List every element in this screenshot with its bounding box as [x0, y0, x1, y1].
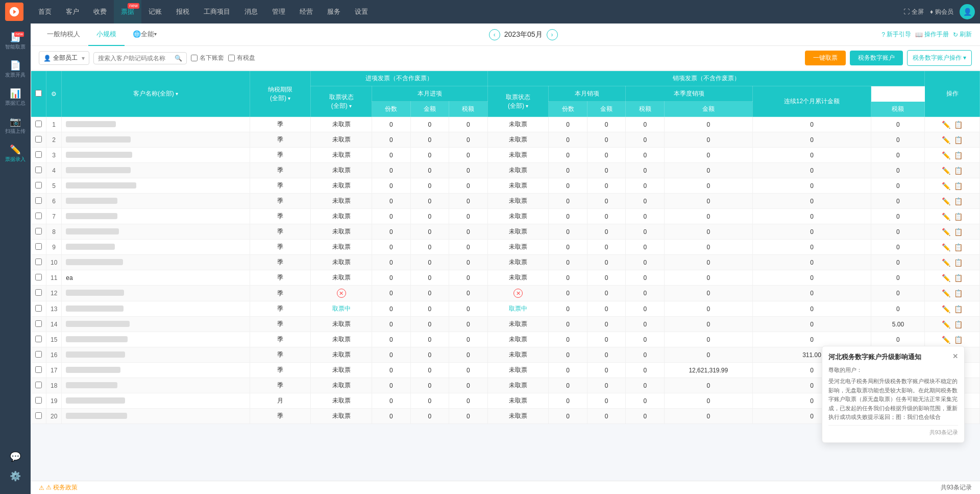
row-checkbox[interactable] [35, 274, 42, 280]
row-checkbox[interactable] [35, 382, 42, 388]
employee-select[interactable]: 👤 全部员工 ▾ [39, 51, 89, 65]
edit-icon[interactable]: ✏️ [942, 167, 950, 175]
checkbox-tax-disk[interactable]: 有税盘 [228, 54, 255, 62]
nav-business[interactable]: 工商项目 [197, 0, 237, 23]
tax-digital-account-ops-btn[interactable]: 税务数字账户操作 ▾ [907, 50, 972, 66]
row-checkbox[interactable] [35, 136, 42, 143]
edit-icon[interactable]: ✏️ [942, 151, 950, 159]
view-icon[interactable]: 📋 [954, 289, 963, 297]
tab-all[interactable]: 🌐 全能 ▾ [125, 23, 165, 46]
one-click-ticket-btn[interactable]: 一键取票 [805, 51, 846, 65]
avatar[interactable]: 👤 [960, 4, 975, 19]
sidebar-item-gear[interactable]: ⚙️ [0, 466, 31, 486]
sidebar-item-scan[interactable]: 📷 扫描上传 [0, 112, 31, 140]
view-icon[interactable]: 📋 [954, 258, 963, 267]
row-checkbox[interactable] [35, 289, 42, 296]
edit-icon[interactable]: ✏️ [942, 289, 950, 297]
row-checkbox[interactable] [35, 121, 42, 127]
edit-icon[interactable]: ✏️ [942, 197, 950, 205]
row-checkbox[interactable] [35, 397, 42, 404]
nav-operation[interactable]: 经营 [292, 0, 320, 23]
search-icon[interactable]: 🔍 [175, 55, 182, 62]
nav-service[interactable]: 服务 [320, 0, 348, 23]
row-checkbox[interactable] [35, 305, 42, 312]
view-icon[interactable]: 📋 [954, 121, 963, 129]
view-icon[interactable]: 📋 [954, 228, 963, 236]
sidebar-item-open-ticket[interactable]: 📄 发票开具 [0, 56, 31, 84]
header-actions: ? 新手引导 📖 操作手册 ↻ 刷新 [881, 30, 972, 39]
sidebar-item-smart-ticket[interactable]: 🧾 智能取票 [0, 28, 31, 56]
edit-icon[interactable]: ✏️ [942, 243, 950, 251]
in-tax-cell: 0 [449, 409, 488, 424]
row-checkbox[interactable] [35, 182, 42, 189]
tax-digital-account-btn[interactable]: 税务数字账户 [850, 51, 903, 65]
view-icon[interactable]: 📋 [954, 136, 963, 144]
notification-close-btn[interactable]: ✕ [952, 352, 958, 362]
nav-manage[interactable]: 管理 [265, 0, 292, 23]
tax-policy-link[interactable]: ⚠ ⚠ 税务政策 [39, 483, 78, 492]
manual-link[interactable]: 📖 操作手册 [915, 30, 949, 39]
view-icon[interactable]: 📋 [954, 274, 963, 282]
quarterly-tax-cell: 0 [752, 286, 871, 301]
new-guide-link[interactable]: ? 新手引导 [881, 30, 911, 39]
row-checkbox[interactable] [35, 336, 42, 342]
view-icon[interactable]: 📋 [954, 197, 963, 205]
view-icon[interactable]: 📋 [954, 336, 963, 344]
nav-tax[interactable]: 报税 [169, 0, 197, 23]
view-icon[interactable]: 📋 [954, 151, 963, 159]
sidebar-item-chat[interactable]: 💬 [0, 447, 31, 466]
nav-client[interactable]: 客户 [59, 0, 86, 23]
row-checkbox[interactable] [35, 412, 42, 419]
edit-icon[interactable]: ✏️ [942, 121, 950, 129]
member-btn[interactable]: ♦ 购会员 [930, 8, 953, 16]
edit-icon[interactable]: ✏️ [942, 336, 950, 344]
view-icon[interactable]: 📋 [954, 305, 963, 313]
refresh-link[interactable]: ↻ 刷新 [953, 30, 972, 39]
view-icon[interactable]: 📋 [954, 320, 963, 328]
edit-icon[interactable]: ✏️ [942, 320, 950, 328]
action-cell: ✏️ 📋 [925, 194, 980, 209]
period-next-btn[interactable]: › [547, 29, 558, 40]
row-checkbox[interactable] [35, 258, 42, 265]
nav-ticket[interactable]: 票据 new [114, 0, 141, 23]
row-checkbox[interactable] [35, 213, 42, 219]
nav-accounting[interactable]: 记账 [141, 0, 169, 23]
row-checkbox[interactable] [35, 151, 42, 158]
row-checkbox[interactable] [35, 351, 42, 358]
edit-icon[interactable]: ✏️ [942, 213, 950, 221]
checkbox-sub-account[interactable]: 名下账套 [191, 54, 224, 62]
edit-icon[interactable]: ✏️ [942, 182, 950, 190]
sidebar-item-entry[interactable]: ✏️ 票据录入 [0, 140, 31, 168]
edit-icon[interactable]: ✏️ [942, 136, 950, 144]
row-checkbox[interactable] [35, 167, 42, 173]
view-icon[interactable]: 📋 [954, 243, 963, 251]
view-icon[interactable]: 📋 [954, 213, 963, 221]
period-prev-btn[interactable]: ‹ [489, 29, 500, 40]
in-count-cell: 0 [372, 132, 411, 148]
edit-icon[interactable]: ✏️ [942, 305, 950, 313]
fullscreen-btn[interactable]: ⛶ 全屏 [903, 8, 924, 16]
tab-small-scale[interactable]: 小规模 [88, 23, 125, 46]
out-amount-cell: 0 [587, 393, 626, 409]
row-checkbox[interactable] [35, 366, 42, 373]
row-checkbox[interactable] [35, 197, 42, 204]
row-checkbox[interactable] [35, 228, 42, 234]
edit-icon[interactable]: ✏️ [942, 258, 950, 267]
edit-icon[interactable]: ✏️ [942, 228, 950, 236]
search-input[interactable] [98, 55, 175, 62]
view-icon[interactable]: 📋 [954, 167, 963, 175]
nav-home[interactable]: 首页 [31, 0, 59, 23]
edit-icon[interactable]: ✏️ [942, 274, 950, 282]
tax-disk-checkbox[interactable] [228, 55, 235, 61]
view-icon[interactable]: 📋 [954, 182, 963, 190]
th-in-amount: 金额 [410, 102, 449, 117]
tab-general-taxpayer[interactable]: 一般纳税人 [39, 23, 88, 46]
sub-account-checkbox[interactable] [191, 55, 198, 61]
nav-message[interactable]: 消息 [237, 0, 265, 23]
nav-settings[interactable]: 设置 [348, 0, 375, 23]
select-all-checkbox[interactable] [35, 90, 42, 97]
row-checkbox[interactable] [35, 243, 42, 250]
nav-fee[interactable]: 收费 [86, 0, 114, 23]
sidebar-item-summary[interactable]: 📊 票据汇总 [0, 84, 31, 112]
row-checkbox[interactable] [35, 320, 42, 327]
